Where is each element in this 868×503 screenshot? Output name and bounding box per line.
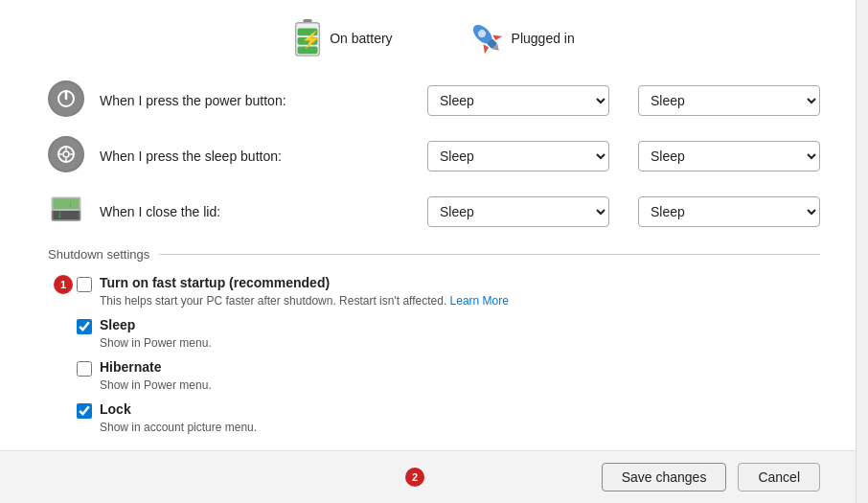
plugged-in-label: Plugged in (512, 31, 575, 46)
save-button[interactable]: Save changes (602, 463, 727, 492)
lock-checkbox[interactable] (77, 403, 92, 419)
close-lid-dropdowns: Sleep Do nothing Hibernate Shut down Tur… (427, 196, 820, 227)
fast-startup-container: 1 Turn on fast startup (recommended) Thi… (48, 275, 820, 308)
close-lid-icon: ↓ ↓ (48, 192, 88, 232)
hibernate-checkbox-row: Hibernate (48, 359, 820, 377)
close-lid-row: ↓ ↓ When I close the lid: Sleep Do nothi… (48, 192, 820, 232)
fast-startup-label[interactable]: Turn on fast startup (recommended) (100, 275, 330, 290)
close-lid-plugged-select[interactable]: Sleep Do nothing Hibernate Shut down Tur… (638, 196, 820, 227)
divider-line (159, 254, 820, 255)
svg-text:↓: ↓ (57, 207, 62, 220)
hibernate-desc: Show in Power menu. (100, 378, 820, 392)
fast-startup-checkbox-row: Turn on fast startup (recommended) (48, 275, 820, 292)
sleep-container: Sleep Show in Power menu. (48, 317, 820, 350)
power-button-plugged-select[interactable]: Sleep Do nothing Hibernate Shut down Tur… (638, 85, 820, 116)
rocket-icon (469, 21, 504, 56)
power-button-icon (48, 80, 88, 121)
fast-startup-desc: This helps start your PC faster after sh… (100, 294, 820, 308)
power-button-battery-select[interactable]: Sleep Do nothing Hibernate Shut down Tur… (427, 85, 609, 116)
power-button-dropdowns: Sleep Do nothing Hibernate Shut down Tur… (427, 85, 820, 116)
on-battery-label: On battery (330, 31, 392, 46)
close-lid-battery-select[interactable]: Sleep Do nothing Hibernate Shut down Tur… (427, 196, 609, 227)
svg-text:⚡: ⚡ (302, 30, 323, 50)
fast-startup-checkbox[interactable] (77, 277, 92, 292)
main-content: ⚡ On battery Plugged in (0, 0, 868, 450)
sleep-button-row: When I press the sleep button: Sleep Do … (48, 136, 820, 176)
sleep-checkbox-row: Sleep (48, 317, 820, 334)
header-row: ⚡ On battery Plugged in (48, 19, 820, 57)
svg-point-15 (63, 151, 69, 157)
sleep-button-dropdowns: Sleep Do nothing Hibernate Shut down Tur… (427, 141, 820, 171)
shutdown-divider: Shutdown settings (48, 247, 820, 262)
battery-icon: ⚡ (293, 19, 322, 57)
hibernate-container: Hibernate Show in Power menu. (48, 359, 820, 392)
cancel-button[interactable]: Cancel (738, 463, 820, 492)
power-button-row: When I press the power button: Sleep Do … (48, 80, 820, 121)
sleep-button-battery-select[interactable]: Sleep Do nothing Hibernate Shut down Tur… (427, 141, 609, 171)
hibernate-checkbox[interactable] (77, 361, 92, 377)
lock-desc: Show in account picture menu. (100, 421, 820, 434)
lock-container: Lock Show in account picture menu. (48, 401, 820, 434)
sleep-button-label: When I press the sleep button: (100, 149, 427, 164)
learn-more-link[interactable]: Learn More (450, 294, 509, 308)
sleep-label[interactable]: Sleep (100, 317, 135, 332)
lock-checkbox-row: Lock (48, 401, 820, 419)
close-lid-label: When I close the lid: (100, 204, 427, 219)
on-battery-col: ⚡ On battery (293, 19, 392, 57)
plugged-in-col: Plugged in (469, 21, 575, 56)
sleep-checkbox[interactable] (77, 319, 92, 334)
lock-label[interactable]: Lock (100, 401, 131, 417)
sleep-button-plugged-select[interactable]: Sleep Do nothing Hibernate Shut down Tur… (638, 141, 820, 171)
svg-text:↓: ↓ (67, 196, 73, 210)
sleep-desc: Show in Power menu. (100, 336, 820, 350)
footer: 2 Save changes Cancel (0, 450, 868, 503)
footer-badge: 2 (405, 468, 424, 487)
hibernate-label[interactable]: Hibernate (100, 359, 162, 375)
power-button-label: When I press the power button: (100, 93, 427, 108)
sleep-button-icon (48, 136, 88, 176)
shutdown-section-label: Shutdown settings (48, 247, 149, 262)
